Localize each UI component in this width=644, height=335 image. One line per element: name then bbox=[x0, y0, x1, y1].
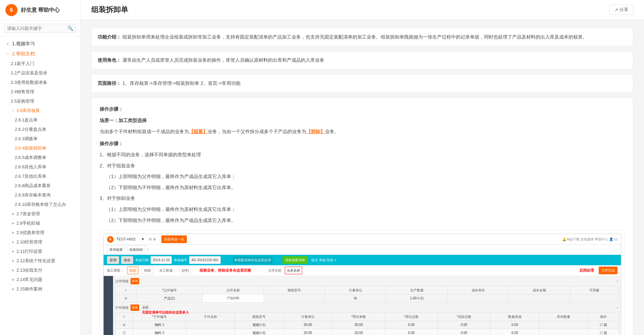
app-mock-new-btn[interactable]: 新建单据一览 bbox=[161, 235, 187, 243]
sidebar-item-2-6-10[interactable]: 2.6.10库存账本错了怎么办 bbox=[0, 200, 80, 209]
annotation-enable-text: 启用处理 bbox=[579, 268, 594, 272]
sidebar-item-2-6-3[interactable]: 2.6.3调拨单 bbox=[0, 134, 80, 144]
main-area: 组装拆卸单 ↗ 分享 功能介绍： 组装拆卸单用来处理企业组装或拆卸等加工业务，支… bbox=[80, 0, 644, 335]
mock-ltd-no: 物料 1 bbox=[133, 321, 186, 329]
sidebar-item-2-4-label: 2.4销售管理 bbox=[11, 89, 34, 94]
mock-lth-unit: 计量单位 bbox=[283, 313, 332, 321]
mock-td-no: 产品(1) bbox=[137, 294, 203, 302]
sidebar-item-2-11[interactable]: ＋ 2.11打印设置 bbox=[0, 247, 80, 256]
sidebar-item-2-13[interactable]: ＋ 2.13在线支付 bbox=[0, 266, 80, 275]
mock-add-parent-btn[interactable]: 添加 bbox=[130, 278, 139, 284]
step-3: 3、对于拆卸业务 bbox=[100, 194, 625, 203]
mock-lower-table: ✓ *子件编号 子件名称 规格型号 计量单位 *理论单数 *理论总数 *实际总数 bbox=[115, 313, 619, 335]
app-mock-left-sidebar bbox=[104, 276, 113, 335]
sidebar-item-2-1-label: 2.1新手入门 bbox=[11, 61, 34, 66]
sidebar-item-2-3[interactable]: 2.3使用前数据准备 bbox=[0, 78, 80, 87]
mock-expand-btn-2[interactable]: ⤢ bbox=[616, 305, 619, 311]
mock-type-disassembly[interactable]: 拆卸 bbox=[142, 267, 153, 274]
mock-lth-qty2: *理论总数 bbox=[385, 313, 438, 321]
sidebar: 6 好生意 帮助中心 🔍 ＋ 1.视频学习 － 2.帮助文档 2.1新手入门 2… bbox=[0, 0, 80, 335]
mock-th-avail: 可用量 bbox=[570, 286, 619, 294]
mock-td-unit: 件 bbox=[325, 294, 386, 302]
table-row: ⊙ 物料 1 规格(+1) 30.00 30.00 0.00 0.00 bbox=[115, 321, 619, 329]
mock-ltd-cost2-2 bbox=[539, 329, 588, 335]
scene-1-desc: 当由多个子件材料组装成一个成品的业务为【组装】业务，当由一个父件拆分成多个子产品… bbox=[100, 127, 625, 136]
app-mock-header: 6 TEST-H002 ▼ ⚙ ⊕ 新建单据一览 🔔 App下载 在线服务 帮助… bbox=[104, 234, 621, 245]
mock-select-list-btn[interactable]: 选择装配清单 bbox=[282, 256, 308, 264]
sidebar-nav: ＋ 1.视频学习 － 2.帮助文档 2.1新手入门 2.2产品安装及登录 2.3… bbox=[0, 36, 80, 335]
sidebar-item-2-6-4[interactable]: 2.6.4组装拆卸单 bbox=[0, 144, 80, 153]
sidebar-section-1-label: 1.视频学习 bbox=[12, 41, 35, 47]
sidebar-item-2-9[interactable]: ＋ 2.9优惠券管理 bbox=[0, 228, 80, 237]
mock-ltd-qty1: 30.00 bbox=[332, 321, 385, 329]
mock-lth-cost1: 数量差值 bbox=[490, 313, 539, 321]
sidebar-item-2-12[interactable]: ＋ 2.12系统个性化设置 bbox=[0, 256, 80, 266]
sidebar-item-2-8[interactable]: ＋ 2.8手机旺铺 bbox=[0, 219, 80, 228]
mock-th-spec: 规格型号 bbox=[264, 286, 325, 294]
mock-td-qty: 1.00 (=1) bbox=[386, 294, 448, 302]
table-row: ☐ 物料 2 规格(+2) 20.00 20.00 0.00 0.00 bbox=[115, 329, 619, 335]
mock-qty-label: 加工数量： bbox=[159, 267, 176, 274]
sidebar-item-section-1[interactable]: ＋ 1.视频学习 bbox=[0, 39, 80, 49]
sidebar-item-2-10[interactable]: ＋ 2.10经营管理 bbox=[0, 237, 80, 247]
sidebar-item-2-6-9[interactable]: 2.6.9库存账本查询 bbox=[0, 190, 80, 200]
app-mock-tab-2[interactable]: 组装拆卸 bbox=[127, 245, 145, 254]
mock-td-avail bbox=[570, 294, 619, 302]
table-row: ⊙ 产品(1) 产品代码 件 1.00 (=1) bbox=[115, 294, 619, 302]
mock-type-label: 加工类型： bbox=[107, 267, 124, 274]
mock-btn-submit[interactable]: 提交 审核 其他 × bbox=[311, 257, 336, 263]
step-1: 1、根据不同的业务，选择不同单据的类型来处理 bbox=[100, 150, 625, 159]
app-mock-type-row: 加工类型： 组装 拆卸 加工数量： 1(件) 组装业务、拆卸业务在这里切换 仓库… bbox=[104, 265, 621, 276]
step-3-1: （1）上部明细为父件明细，最终作为原材料生成其它出库单； bbox=[100, 205, 625, 214]
app-mock-tab-1[interactable]: 库存核算 bbox=[107, 245, 125, 254]
page-content: 功能介绍： 组装拆卸单用来处理企业组装或拆卸等加工业务，支持有固定装配清单的产品… bbox=[80, 20, 644, 335]
sidebar-item-2-2[interactable]: 2.2产品安装及登录 bbox=[0, 68, 80, 78]
app-mock-breadcrumb: | bbox=[147, 246, 148, 253]
mock-type-assembly[interactable]: 组装 bbox=[127, 267, 139, 274]
share-button[interactable]: ↗ 分享 bbox=[609, 5, 633, 15]
mock-upper-table-header: 父件明细 添加 ⤢ bbox=[115, 278, 619, 284]
sidebar-item-2-6-8[interactable]: 2.6.8商品成本重算 bbox=[0, 181, 80, 190]
sidebar-item-section-2[interactable]: － 2.帮助文档 bbox=[0, 49, 80, 59]
app-mock-main-content: 父件明细 添加 ⤢ ✓ *父件编号 父件名称 bbox=[113, 276, 621, 335]
sidebar-item-2-6-7[interactable]: 2.6.7其他出库单 bbox=[0, 172, 80, 181]
sidebar-item-2-6-1[interactable]: 2.6.1盘点单 bbox=[0, 115, 80, 125]
mock-lth-name: 子件名称 bbox=[186, 313, 235, 321]
mock-lth-check: ✓ bbox=[115, 313, 133, 321]
search-wrap[interactable]: 🔍 bbox=[4, 24, 76, 33]
sidebar-item-2-6-6[interactable]: 2.6.6其他入库单 bbox=[0, 162, 80, 172]
minus-icon-2-6: － bbox=[11, 108, 15, 114]
mock-upper-table: ✓ *父件编号 父件名称 规格型号 计量单位 生产数量 成本单价 成本金额 bbox=[115, 286, 619, 302]
sidebar-item-2-14[interactable]: ＋ 2.14常见问题 bbox=[0, 275, 80, 284]
mock-btn-edit[interactable]: 修改 bbox=[121, 256, 133, 264]
mock-confirm-btn[interactable]: 立即完成 bbox=[599, 267, 618, 274]
sidebar-item-2-7[interactable]: ＋ 2.7资金管理 bbox=[0, 209, 80, 219]
mock-warehouse-field: 仓库名称 bbox=[285, 267, 302, 274]
mock-add-child-btn[interactable]: 添加 bbox=[130, 304, 139, 311]
sidebar-item-2-6-5[interactable]: 2.6.5成本调整单 bbox=[0, 153, 80, 162]
sidebar-item-2-1[interactable]: 2.1新手入门 bbox=[0, 59, 80, 68]
mock-form-num: AD-20191226-001 bbox=[189, 256, 221, 264]
mock-ltd-cost2 bbox=[539, 321, 588, 329]
annotation-type-switch: 组装业务、拆卸业务在这里切换 bbox=[200, 267, 251, 274]
mock-lth-spec: 规格型号 bbox=[235, 313, 284, 321]
mock-lth-qty1: *理论单数 bbox=[332, 313, 385, 321]
mock-expand-btn[interactable]: ⤢ bbox=[616, 278, 619, 284]
sidebar-item-2-6-2[interactable]: 2.6.2分量盘点单 bbox=[0, 125, 80, 134]
sidebar-item-2-15[interactable]: ＋ 2.15操作案例 bbox=[0, 284, 80, 294]
mock-warehouse-label: 仓库名称 bbox=[268, 267, 281, 274]
mock-btn-new[interactable]: 新增 bbox=[107, 256, 119, 264]
mock-th-cost2: 成本金额 bbox=[509, 286, 570, 294]
sidebar-item-2-6[interactable]: － 2.6库存核算 bbox=[0, 106, 80, 115]
mock-th-qty: 生产数量 bbox=[386, 286, 448, 294]
mock-ltd-qty3-2: 0.00 bbox=[438, 329, 490, 335]
sidebar-item-2-4[interactable]: 2.4销售管理 bbox=[0, 87, 80, 97]
app-mock-right-icons: 🔔 App下载 在线服务 帮助中心 👤 cc bbox=[562, 236, 618, 242]
mock-th-check: ✓ bbox=[115, 286, 137, 294]
app-mock-nav: 库存核算 组装拆卸 | bbox=[104, 245, 621, 255]
sidebar-item-2-5[interactable]: 2.5采购管理 bbox=[0, 97, 80, 106]
keyword-assembly: 【组装】 bbox=[189, 129, 208, 134]
mock-upper-table-title: 父件明细 bbox=[115, 278, 128, 284]
path-card: 页面路径： 1、库存核算->库存管理->组装拆卸单 2、首页->常用功能 bbox=[91, 74, 633, 93]
search-input[interactable] bbox=[7, 26, 67, 31]
